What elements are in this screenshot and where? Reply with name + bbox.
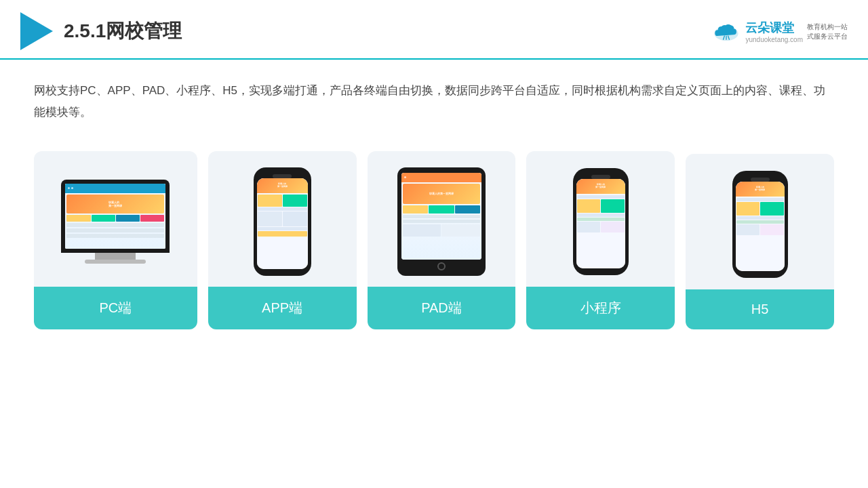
- h5-top-text: 职通人的第一堂网课: [755, 186, 765, 191]
- h5-card-2: [760, 202, 784, 216]
- miniapp-card-row-2: [577, 222, 625, 232]
- miniapp-phone-notch: [591, 175, 610, 179]
- miniapp-phone-screen: 职通人的第一堂网课: [576, 179, 625, 268]
- brand-text: 云朵课堂 yunduoketang.com: [745, 20, 803, 43]
- screen-dot-1: [68, 187, 70, 189]
- card-app-image-area: 职通人的第一堂网课: [208, 151, 357, 287]
- pc-screen-content: 职通人的第一堂网课: [65, 184, 165, 249]
- card-app: 职通人的第一堂网课: [208, 151, 357, 329]
- app-card-3: [258, 211, 282, 226]
- card-pc-image-area: 职通人的第一堂网课: [34, 151, 197, 287]
- header-left: 2.5.1网校管理: [20, 12, 182, 50]
- card-h5-image-area: 职通人的第一堂网课: [686, 154, 834, 289]
- app-card-2: [283, 195, 307, 207]
- page-header: 2.5.1网校管理 云朵课堂 yunduoketang.com 教育机构一站式服…: [0, 0, 868, 60]
- card-miniapp-image-area: 职通人的第一堂网课: [526, 151, 675, 287]
- h5-content-area: [736, 197, 785, 236]
- app-card-row-1: [258, 195, 307, 207]
- pc-row-2: [66, 228, 164, 232]
- grid-item-2: [92, 215, 115, 222]
- miniapp-top-bar: 职通人的第一堂网课: [576, 179, 625, 194]
- miniapp-content-area: [576, 194, 625, 233]
- card-pad-label: PAD端: [368, 287, 516, 329]
- card-h5-label: H5: [686, 289, 834, 329]
- card-app-label: APP端: [208, 287, 357, 329]
- h5-phone-mockup: 职通人的第一堂网课: [732, 171, 788, 278]
- h5-card-4: [760, 224, 784, 235]
- app-phone-screen: 职通人的第一堂网课: [257, 178, 308, 269]
- miniapp-card-row-1: [577, 199, 625, 213]
- screen-dot-2: [71, 187, 73, 189]
- pc-row-3: [66, 234, 164, 238]
- app-card-4: [283, 211, 307, 226]
- pad-grid: [403, 205, 480, 214]
- card-pad-image-area: 职通人的第一堂网课: [368, 151, 516, 287]
- pad-dot-1: [404, 176, 406, 178]
- page-title: 2.5.1网校管理: [64, 18, 182, 44]
- card-miniapp: 职通人的第一堂网课: [526, 151, 675, 329]
- pad-g4: [403, 224, 441, 237]
- pad-content-area: 职通人的第一堂网课: [401, 182, 481, 238]
- app-screen-content: 职通人的第一堂网课: [257, 178, 308, 269]
- h5-phone-notch: [751, 178, 770, 182]
- logo-triangle-icon: [20, 12, 53, 50]
- pad-g3: [455, 205, 480, 214]
- miniapp-screen-content: 职通人的第一堂网课: [576, 179, 625, 268]
- pad-row2: [403, 220, 480, 223]
- miniapp-row-3: [577, 218, 625, 221]
- main-content: 网校支持PC、APP、PAD、小程序、H5，实现多端打通，产品各终端自由切换，数…: [0, 60, 868, 350]
- pad-screen-content: 职通人的第一堂网课: [401, 173, 481, 260]
- grid-item-3: [116, 215, 140, 222]
- brand-logo: 云朵课堂 yunduoketang.com 教育机构一站式服务云平台: [711, 20, 848, 43]
- app-row-3: [258, 231, 307, 237]
- miniapp-card-1: [577, 199, 601, 213]
- app-card-row-2: [258, 211, 307, 226]
- card-pc: 职通人的第一堂网课: [34, 151, 197, 329]
- pc-stand: [95, 253, 136, 260]
- pc-screen-body: 职通人的第一堂网课: [65, 193, 165, 239]
- app-phone-notch: [273, 174, 292, 178]
- app-top-bar: 职通人的第一堂网课: [257, 178, 308, 193]
- h5-card-1: [736, 202, 760, 216]
- card-h5: 职通人的第一堂网课: [686, 154, 834, 329]
- app-row-2: [258, 227, 307, 230]
- h5-screen-content: 职通人的第一堂网课: [736, 182, 785, 271]
- pad-tablet-screen: 职通人的第一堂网课: [401, 173, 481, 260]
- tablet-home-button: [437, 262, 446, 270]
- pad-g2: [429, 205, 454, 214]
- grid-item-1: [66, 215, 90, 222]
- pad-grid2: [403, 224, 480, 237]
- pc-banner-text: 职通人的第一堂网课: [108, 201, 122, 207]
- h5-card-3: [736, 224, 760, 235]
- h5-card-row-1: [736, 202, 784, 216]
- grid-item-4: [140, 215, 164, 222]
- h5-row-3: [736, 220, 784, 224]
- brand-name: 云朵课堂: [745, 20, 803, 36]
- app-card-1: [258, 195, 282, 207]
- pc-base: [85, 260, 146, 264]
- pad-banner: 职通人的第一堂网课: [403, 184, 480, 204]
- pc-screen-outer: 职通人的第一堂网课: [61, 180, 170, 253]
- miniapp-card-4: [601, 222, 625, 232]
- miniapp-row-2: [577, 214, 625, 217]
- app-content-area: [257, 193, 308, 237]
- cloud-icon: [711, 20, 741, 42]
- pc-mockup: 职通人的第一堂网课: [61, 180, 170, 264]
- miniapp-card-2: [601, 199, 625, 213]
- app-phone-mockup: 职通人的第一堂网课: [254, 167, 311, 276]
- pad-screen-header: [401, 173, 481, 182]
- header-right: 云朵课堂 yunduoketang.com 教育机构一站式服务云平台: [711, 20, 848, 43]
- app-top-text: 职通人的第一堂网课: [277, 183, 288, 188]
- card-pc-label: PC端: [34, 287, 197, 329]
- h5-row-1: [736, 198, 784, 201]
- card-miniapp-label: 小程序: [526, 287, 675, 329]
- miniapp-phone-mockup: 职通人的第一堂网课: [573, 168, 629, 275]
- pad-row1: [403, 215, 480, 218]
- miniapp-top-text: 职通人的第一堂网课: [595, 184, 606, 188]
- h5-card-row-2: [736, 224, 784, 235]
- pad-banner-text: 职通人的第一堂网课: [429, 192, 454, 195]
- h5-row-2: [736, 216, 784, 220]
- h5-phone-screen: 职通人的第一堂网课: [736, 182, 785, 271]
- pc-screen-inner: 职通人的第一堂网课: [65, 184, 165, 249]
- pc-screen-grid: [66, 215, 164, 222]
